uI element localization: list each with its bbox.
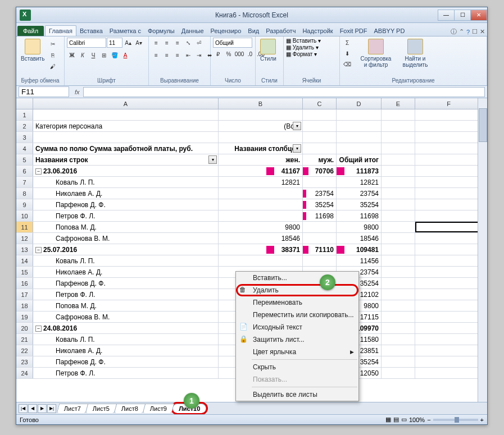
cell[interactable] <box>382 334 415 345</box>
cell[interactable] <box>219 199 303 210</box>
cell[interactable] <box>303 121 337 131</box>
cell[interactable] <box>415 300 483 311</box>
cell[interactable] <box>382 222 415 232</box>
cell[interactable]: Сафронова В. М. <box>33 233 219 244</box>
indent-dec-icon[interactable]: ⇤ <box>183 50 193 60</box>
zoom-level[interactable]: 100% <box>409 416 425 423</box>
cell[interactable]: 41167 <box>219 166 303 176</box>
tab-view[interactable]: Вид <box>244 26 262 36</box>
cell[interactable] <box>382 233 415 244</box>
cell[interactable]: жен. <box>219 154 303 165</box>
cell[interactable]: Названия столбцов▾ <box>219 143 303 154</box>
wrap-text-icon[interactable]: ⏎ <box>194 38 204 48</box>
zoom-out-button[interactable]: − <box>427 416 430 423</box>
cell[interactable]: Попова М. Д. <box>33 222 219 232</box>
row-header[interactable]: 16 <box>16 278 33 289</box>
ctx-protect[interactable]: 🔒Защитить лист... <box>236 333 358 346</box>
tab-insert[interactable]: Вставка <box>76 26 106 36</box>
cell[interactable] <box>382 210 415 221</box>
cell[interactable]: Названия строк▾ <box>33 154 219 165</box>
row-header[interactable]: 15 <box>16 267 33 277</box>
cell[interactable]: 11698 <box>337 210 382 221</box>
row-header[interactable]: 18 <box>16 300 33 311</box>
cell[interactable]: 9800 <box>337 222 382 232</box>
collapse-icon[interactable]: − <box>35 326 42 332</box>
cell[interactable] <box>382 166 415 176</box>
grid-row[interactable]: 4Сумма по полю Сумма заработной платы, р… <box>16 143 487 154</box>
row-header[interactable]: 22 <box>16 345 33 356</box>
ctx-select-all[interactable]: Выделить все листы <box>236 388 358 401</box>
row-header[interactable]: 9 <box>16 199 33 210</box>
bold-button[interactable]: Ж <box>67 50 77 60</box>
ribbon-help-icon[interactable]: ? <box>466 29 470 35</box>
help-icon[interactable]: ⓘ <box>451 28 457 36</box>
row-header[interactable]: 12 <box>16 233 33 244</box>
cell[interactable] <box>382 289 415 300</box>
cell[interactable]: Сафронова В. М. <box>33 312 219 322</box>
cell[interactable]: (Все)▾ <box>219 121 303 131</box>
cell[interactable] <box>382 356 415 367</box>
first-sheet-button[interactable]: |◀ <box>19 404 28 413</box>
cell[interactable] <box>337 143 382 154</box>
row-header[interactable]: 21 <box>16 334 33 345</box>
cell[interactable] <box>303 177 337 187</box>
tab-abbyy[interactable]: ABBYY PD <box>371 26 408 36</box>
col-header-a[interactable]: A <box>33 98 219 109</box>
cell[interactable] <box>382 244 415 255</box>
font-name-combo[interactable] <box>67 38 106 48</box>
cell[interactable]: 11456 <box>337 255 382 266</box>
grid-row[interactable]: 12Сафронова В. М.1854618546 <box>16 233 487 244</box>
cell[interactable] <box>382 267 415 277</box>
cell[interactable] <box>415 334 483 345</box>
cell[interactable] <box>415 244 483 255</box>
row-header[interactable]: 3 <box>16 132 33 143</box>
cell[interactable] <box>303 233 337 244</box>
row-header[interactable]: 2 <box>16 121 33 131</box>
cell[interactable]: Николаев А. Д. <box>33 267 219 277</box>
cut-icon[interactable]: ✂ <box>48 39 58 49</box>
ctx-source[interactable]: 📄Исходный текст <box>236 321 358 333</box>
cell[interactable] <box>415 233 483 244</box>
styles-button[interactable]: Стили <box>258 38 279 63</box>
cell[interactable]: Парфенов Д. Ф. <box>33 356 219 367</box>
cell[interactable] <box>337 132 382 143</box>
grid-row[interactable]: 8Николаев А. Д.2375423754 <box>16 188 487 199</box>
number-format-combo[interactable] <box>213 38 252 48</box>
ctx-move[interactable]: Переместить или скопировать... <box>236 309 358 321</box>
cells-delete-button[interactable]: ▦ Удалить ▾ <box>286 44 319 51</box>
tab-addins[interactable]: Надстройк <box>299 26 336 36</box>
cell[interactable]: 12821 <box>219 177 303 187</box>
italic-button[interactable]: К <box>78 50 88 60</box>
format-painter-icon[interactable]: 🖌 <box>48 61 58 71</box>
tab-data[interactable]: Данные <box>178 26 207 36</box>
cell[interactable] <box>382 109 415 120</box>
tab-formulas[interactable]: Формулы <box>144 26 178 36</box>
view-break-icon[interactable]: ▭ <box>401 416 407 423</box>
cell[interactable] <box>415 109 483 120</box>
row-header[interactable]: 5 <box>16 154 33 165</box>
row-header[interactable]: 23 <box>16 356 33 367</box>
align-right-icon[interactable]: ≡ <box>172 50 183 60</box>
cell[interactable] <box>303 255 337 266</box>
grid-row[interactable]: 7Коваль Л. П.1282112821 <box>16 177 487 188</box>
cell[interactable] <box>382 143 415 154</box>
cell[interactable]: 111873 <box>337 166 382 176</box>
grid-row[interactable]: 10Петров Ф. Л.1169811698 <box>16 210 487 222</box>
sheet-tab[interactable]: Лист9 <box>143 404 175 413</box>
find-select-button[interactable]: Найти и выделить <box>396 38 434 69</box>
fill-icon[interactable]: ⬇ <box>342 48 352 58</box>
ctx-rename[interactable]: Переименовать <box>236 296 358 309</box>
cell[interactable] <box>415 255 483 266</box>
cell[interactable]: −23.06.2016 <box>33 166 219 176</box>
collapse-icon[interactable]: − <box>35 168 42 175</box>
cell[interactable] <box>382 177 415 187</box>
view-normal-icon[interactable]: ▦ <box>385 416 391 423</box>
cell[interactable]: 35254 <box>303 199 337 210</box>
grid-row[interactable]: 9Парфенов Д. Ф.3525435254 <box>16 199 487 210</box>
cell[interactable]: 35254 <box>337 199 382 210</box>
cell[interactable] <box>382 154 415 165</box>
tab-developer[interactable]: Разработч <box>262 26 299 36</box>
percent-icon[interactable]: % <box>224 49 234 59</box>
row-header[interactable]: 1 <box>16 109 33 120</box>
sort-filter-button[interactable]: Сортировка и фильтр <box>357 38 395 69</box>
